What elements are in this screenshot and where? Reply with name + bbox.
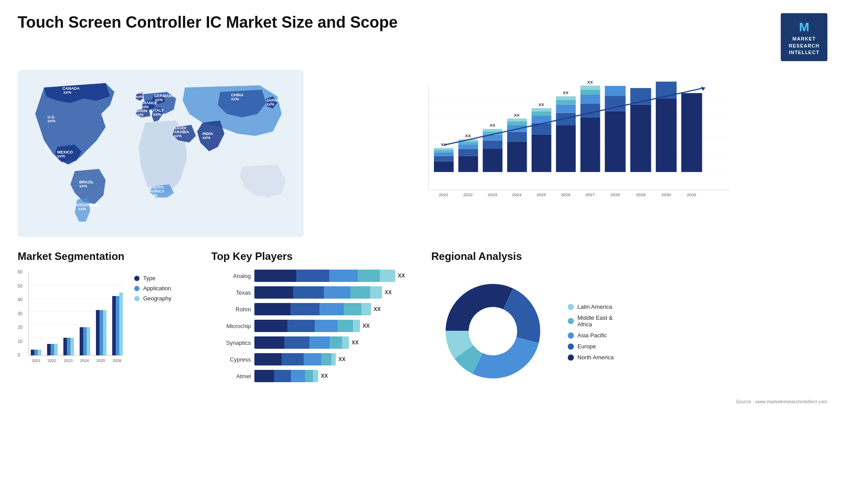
players-list: Analog XX Texas xyxy=(211,270,422,382)
logo-box: M MARKET RESEARCH INTELLECT xyxy=(781,13,827,61)
svg-rect-121 xyxy=(70,338,74,355)
svg-text:xx%: xx% xyxy=(202,135,210,140)
player-name-microchip: Microchip xyxy=(211,323,251,329)
svg-text:xx%: xx% xyxy=(79,184,87,188)
svg-rect-64 xyxy=(507,121,527,125)
players-section: Top Key Players Analog XX xyxy=(211,250,422,404)
y-label-10: 10 xyxy=(18,339,22,344)
svg-rect-116 xyxy=(51,344,54,355)
y-label-0: 0 xyxy=(18,353,22,358)
svg-text:xx%: xx% xyxy=(266,102,274,106)
svg-rect-86 xyxy=(580,86,600,90)
y-label-30: 30 xyxy=(18,311,22,316)
dot-latin-america xyxy=(568,304,574,310)
player-row-texas: Texas XX xyxy=(211,286,422,299)
player-row-atmel: Atmel XX xyxy=(211,370,422,382)
svg-rect-96 xyxy=(656,99,676,172)
legend-geography: Geography xyxy=(134,295,171,302)
svg-rect-127 xyxy=(96,310,99,355)
svg-text:xx%: xx% xyxy=(136,113,143,117)
svg-text:2026: 2026 xyxy=(561,192,570,197)
player-name-synaptics: Synaptics xyxy=(211,340,251,346)
logo-line2: RESEARCH xyxy=(789,43,819,49)
svg-rect-85 xyxy=(580,90,600,95)
svg-rect-117 xyxy=(54,344,58,355)
legend-dot-geo xyxy=(134,296,140,301)
legend-application: Application xyxy=(134,285,171,292)
bar-chart-section: XX 2021 XX 2022 XX 2023 xyxy=(317,70,827,237)
player-row-microchip: Microchip XX xyxy=(211,320,422,332)
svg-rect-79 xyxy=(556,96,576,100)
svg-rect-71 xyxy=(532,112,551,116)
y-label-60: 60 xyxy=(18,270,22,274)
label-europe: Europe xyxy=(577,343,596,350)
svg-rect-84 xyxy=(580,95,600,103)
svg-rect-129 xyxy=(103,310,107,355)
svg-rect-99 xyxy=(681,93,702,172)
players-title: Top Key Players xyxy=(211,250,422,263)
svg-rect-49 xyxy=(458,145,478,150)
svg-text:XX: XX xyxy=(538,102,544,107)
svg-text:xx%: xx% xyxy=(231,97,239,101)
svg-text:2026: 2026 xyxy=(113,358,121,363)
legend-type: Type xyxy=(134,275,171,281)
logo-m: M xyxy=(789,18,819,36)
legend-middle-east: Middle East &Africa xyxy=(568,314,614,328)
svg-rect-120 xyxy=(67,338,70,355)
legend-dot-app xyxy=(134,286,140,291)
svg-text:XX: XX xyxy=(563,90,569,95)
svg-text:2027: 2027 xyxy=(585,192,595,197)
svg-rect-93 xyxy=(630,105,651,172)
svg-rect-125 xyxy=(87,327,90,355)
donut-svg xyxy=(431,270,555,393)
svg-rect-128 xyxy=(99,310,103,355)
svg-text:xx%: xx% xyxy=(136,95,143,99)
top-row: CANADA xx% U.S. xx% MEXICO xx% BRAZIL xx… xyxy=(18,70,827,237)
svg-text:2025: 2025 xyxy=(536,192,546,197)
svg-rect-72 xyxy=(532,108,551,111)
bottom-row: Market Segmentation 60 50 40 30 20 10 0 xyxy=(18,250,827,404)
player-bar-atmel: XX xyxy=(254,370,422,382)
svg-rect-124 xyxy=(83,327,87,355)
svg-point-140 xyxy=(469,307,517,355)
svg-text:2025: 2025 xyxy=(96,358,105,363)
player-val-atmel: XX xyxy=(321,370,328,382)
svg-text:xx%: xx% xyxy=(63,90,71,95)
svg-rect-82 xyxy=(580,117,600,172)
world-map-svg: CANADA xx% U.S. xx% MEXICO xx% BRAZIL xx… xyxy=(18,70,304,237)
svg-text:2022: 2022 xyxy=(463,192,473,197)
header: Touch Screen Controller IC Market Size a… xyxy=(18,13,827,61)
svg-rect-75 xyxy=(556,125,576,172)
player-bar-rohm: XX xyxy=(254,303,422,315)
svg-rect-61 xyxy=(507,142,527,172)
legend-dot-type xyxy=(134,276,140,281)
player-val-texas: XX xyxy=(385,286,392,299)
seg-chart-wrap: 60 50 40 30 20 10 0 xyxy=(18,270,202,366)
regional-legend: Latin America Middle East &Africa Asia P… xyxy=(568,303,614,361)
svg-text:xx%: xx% xyxy=(155,98,163,102)
svg-rect-50 xyxy=(458,142,478,145)
player-name-analog: Analog xyxy=(211,273,251,279)
svg-text:xx%: xx% xyxy=(150,193,158,197)
logo-line3: INTELLECT xyxy=(789,49,819,56)
player-row-rohm: Rohm XX xyxy=(211,303,422,315)
svg-text:2024: 2024 xyxy=(80,358,89,363)
svg-rect-48 xyxy=(458,149,478,156)
player-bar-analog: XX xyxy=(254,270,422,282)
svg-text:2022: 2022 xyxy=(48,358,56,363)
svg-text:xx%: xx% xyxy=(153,112,161,117)
y-label-20: 20 xyxy=(18,325,22,330)
svg-rect-65 xyxy=(507,119,527,122)
logo-area: M MARKET RESEARCH INTELLECT xyxy=(781,13,827,61)
svg-rect-58 xyxy=(483,129,503,132)
map-section: CANADA xx% U.S. xx% MEXICO xx% BRAZIL xx… xyxy=(18,70,304,237)
player-val-cypress: XX xyxy=(338,353,345,365)
svg-rect-68 xyxy=(532,135,551,172)
legend-label-geo: Geography xyxy=(143,295,171,302)
svg-text:xx%: xx% xyxy=(57,154,65,158)
svg-text:xx%: xx% xyxy=(174,134,182,138)
svg-rect-83 xyxy=(580,104,600,118)
legend-north-america: North America xyxy=(568,354,614,361)
player-val-analog: XX xyxy=(398,270,405,282)
svg-rect-132 xyxy=(116,296,119,355)
